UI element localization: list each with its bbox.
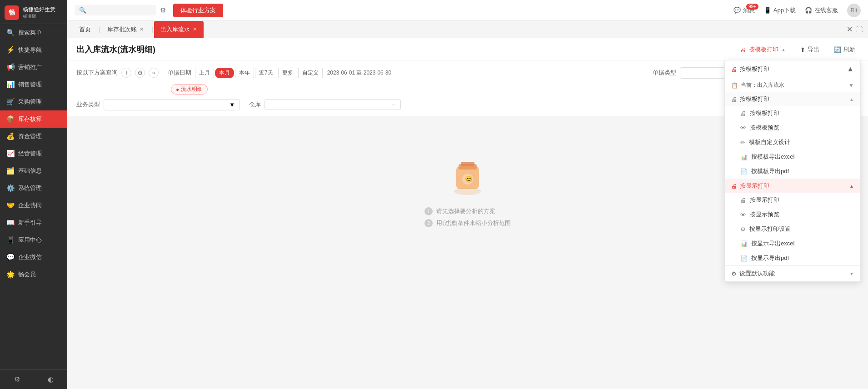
sidebar-item-guide[interactable]: 📖 新手引导 xyxy=(0,214,67,231)
display-print-icon: 🖨 xyxy=(740,197,746,204)
svg-text:😊: 😊 xyxy=(465,175,473,183)
page-header-actions: 🖨 按模板打印 ▲ ⬆ 导出 🔄 刷新 xyxy=(737,44,859,60)
sidebar-item-basic[interactable]: 🗂️ 基础信息 xyxy=(0,162,67,180)
empty-step-1: 1 请先选择要分析的方案 xyxy=(424,207,510,215)
main-area: 🔍 ⚙ 体验行业方案 💬 消息 99+ 📱 App下载 🎧 在线客服 Rit xyxy=(67,0,868,389)
page-content: 出入库流水(流水明细) 🖨 按模板打印 ▲ ⬆ 导出 🔄 刷新 xyxy=(67,38,868,389)
template-print-item[interactable]: 🖨 按模板打印 xyxy=(725,106,860,120)
template-print-icon: 🖨 xyxy=(740,110,746,117)
date-current-year[interactable]: 本年 xyxy=(235,68,254,78)
warehouse-field: 仓库 ··· xyxy=(249,99,401,110)
refresh-button[interactable]: 🔄 刷新 xyxy=(830,44,859,55)
template-section-icon: 🖨 xyxy=(731,96,737,103)
sidebar-item-quicknav[interactable]: ⚡ 快捷导航 xyxy=(0,41,67,59)
tab-bar: 首页 | 库存批次账 ✕ | 出入库流水 ✕ ✕ ⛶ xyxy=(67,21,868,38)
dropdown-up-icon[interactable]: ▲ xyxy=(847,65,854,73)
pdf-icon: 📄 xyxy=(740,168,748,175)
tab-batch[interactable]: 库存批次账 ✕ xyxy=(101,21,150,38)
biz-type-chevron: ▼ xyxy=(229,101,235,108)
box-icon: 📦 xyxy=(6,115,15,123)
tab-home[interactable]: 首页 xyxy=(73,21,98,38)
topbar: 🔍 ⚙ 体验行业方案 💬 消息 99+ 📱 App下载 🎧 在线客服 Rit xyxy=(67,0,868,21)
tab-flow[interactable]: 出入库流水 ✕ xyxy=(154,21,204,38)
sidebar-item-wechat[interactable]: 💬 企业微信 xyxy=(0,249,67,266)
filter-settings-button[interactable]: ⚙ xyxy=(135,68,145,78)
user-avatar[interactable]: Rit xyxy=(847,4,861,17)
display-print-settings-item[interactable]: ⚙ 按显示打印设置 xyxy=(725,222,860,236)
filter-tag-flow-detail[interactable]: ● 流水明细 xyxy=(171,84,208,95)
print-dropdown-button[interactable]: 🖨 按模板打印 ▲ xyxy=(737,44,789,55)
wechat-icon: 💬 xyxy=(6,253,15,261)
biz-type-select[interactable]: ▼ xyxy=(104,99,240,110)
sidebar: 畅 畅捷通好生意 标准版 🔍 搜索菜单 ⚡ 快捷导航 📢 营销推广 📊 销售管理… xyxy=(0,0,67,389)
template-section-chevron: ▲ xyxy=(849,97,854,102)
print-area: 🖨 按模板打印 ▲ xyxy=(737,44,789,55)
display-print-item[interactable]: 🖨 按显示打印 xyxy=(725,193,860,207)
date-more[interactable]: 更多 xyxy=(278,68,297,78)
display-preview-item[interactable]: 👁 按显示预览 xyxy=(725,207,860,222)
topbar-gear-icon[interactable]: ⚙ xyxy=(160,6,166,15)
sidebar-nav: 🔍 搜索菜单 ⚡ 快捷导航 📢 营销推广 📊 销售管理 🛒 采购管理 📦 库存核… xyxy=(0,24,67,369)
label-icon: 📋 xyxy=(731,82,738,89)
sidebar-item-appcenter[interactable]: 📱 应用中心 xyxy=(0,231,67,249)
sidebar-item-finance[interactable]: 💰 资金管理 xyxy=(0,128,67,145)
solution-button[interactable]: 体验行业方案 xyxy=(173,4,223,17)
warehouse-select[interactable]: ··· xyxy=(264,99,401,110)
date-current-month[interactable]: 本月 xyxy=(215,68,234,78)
window-close-icon[interactable]: ✕ xyxy=(847,25,853,34)
sidebar-item-sales[interactable]: 📊 销售管理 xyxy=(0,76,67,93)
display-settings-icon: ⚙ xyxy=(740,226,746,233)
empty-icon: 😊 xyxy=(445,153,490,198)
template-export-pdf-item[interactable]: 📄 按模板导出pdf xyxy=(725,164,860,179)
sidebar-item-search[interactable]: 🔍 搜索菜单 xyxy=(0,24,67,41)
biz-type-label: 业务类型 xyxy=(76,100,100,109)
settings-icon[interactable]: ⚙ xyxy=(12,374,22,385)
date-last-month[interactable]: 上月 xyxy=(195,68,214,78)
search-input[interactable] xyxy=(89,7,152,14)
cart-icon: 🛒 xyxy=(6,98,15,106)
download-icon: 📱 xyxy=(764,7,771,14)
export-button[interactable]: ⬆ 导出 xyxy=(797,44,823,55)
current-chevron-down: ▼ xyxy=(848,82,854,89)
help-icon[interactable]: ◐ xyxy=(46,374,55,385)
template-preview-item[interactable]: 👁 按模板预览 xyxy=(725,120,860,135)
tab-close-batch[interactable]: ✕ xyxy=(140,26,144,32)
sidebar-item-operations[interactable]: 📈 经营管理 xyxy=(0,145,67,162)
sidebar-bottom: ⚙ ◐ xyxy=(0,369,67,389)
template-custom-item[interactable]: ✏ 模板自定义设计 xyxy=(725,135,860,150)
app-download-button[interactable]: 📱 App下载 xyxy=(764,6,796,15)
template-export-excel-item[interactable]: 📊 按模板导出excel xyxy=(725,150,860,164)
display-pdf-icon: 📄 xyxy=(740,255,748,262)
display-export-excel-item[interactable]: 📊 按显示导出excel xyxy=(725,236,860,251)
sidebar-item-inventory[interactable]: 📦 库存核算 xyxy=(0,110,67,128)
display-section-header[interactable]: 🖨 按显示打印 ▲ xyxy=(725,179,860,193)
topbar-search-box[interactable]: 🔍 xyxy=(75,5,156,15)
display-excel-icon: 📊 xyxy=(740,240,748,247)
chevron-up-icon: ▲ xyxy=(781,47,786,52)
sidebar-item-marketing[interactable]: 📢 营销推广 xyxy=(0,59,67,76)
sidebar-item-purchase[interactable]: 🛒 采购管理 xyxy=(0,93,67,110)
tab-close-flow[interactable]: ✕ xyxy=(193,26,197,32)
template-print-section: 🖨 按模板打印 ▲ 🖨 按模板打印 👁 按模板预览 ✏ 模板自定义设计 xyxy=(725,92,860,179)
sidebar-item-collab[interactable]: 🤝 企业协同 xyxy=(0,197,67,214)
display-export-pdf-item[interactable]: 📄 按显示导出pdf xyxy=(725,251,860,265)
dropdown-footer[interactable]: ⚙ 设置默认功能 ▼ xyxy=(725,266,860,281)
filter-collapse-button[interactable]: « xyxy=(149,68,159,78)
filter-add-button[interactable]: + xyxy=(121,68,131,78)
date-last-7-days[interactable]: 近7天 xyxy=(255,68,277,78)
online-service-button[interactable]: 🎧 在线客服 xyxy=(805,6,838,15)
date-filter: 上月 本月 本年 近7天 更多 自定义 2023-06-01 至 2023-06… xyxy=(195,68,391,78)
star-icon: 🌟 xyxy=(6,270,15,279)
window-maximize-icon[interactable]: ⛶ xyxy=(856,26,863,33)
megaphone-icon: 📢 xyxy=(6,63,15,71)
template-section-header[interactable]: 🖨 按模板打印 ▲ xyxy=(725,92,860,106)
sidebar-item-vip[interactable]: 🌟 畅会员 xyxy=(0,266,67,283)
print-dropdown-panel: 🖨 按模板打印 ▲ 📋 当前：出入库流水 ▼ 🖨 按模板打印 ▲ � xyxy=(724,60,861,282)
excel-icon: 📊 xyxy=(740,154,748,160)
message-button[interactable]: 💬 消息 99+ xyxy=(733,6,755,15)
dropdown-header: 🖨 按模板打印 ▲ xyxy=(725,60,860,78)
template-custom-icon: ✏ xyxy=(740,139,745,146)
date-custom[interactable]: 自定义 xyxy=(298,68,323,78)
query-label: 按以下方案查询 xyxy=(76,69,118,77)
sidebar-item-system[interactable]: ⚙️ 系统管理 xyxy=(0,180,67,197)
